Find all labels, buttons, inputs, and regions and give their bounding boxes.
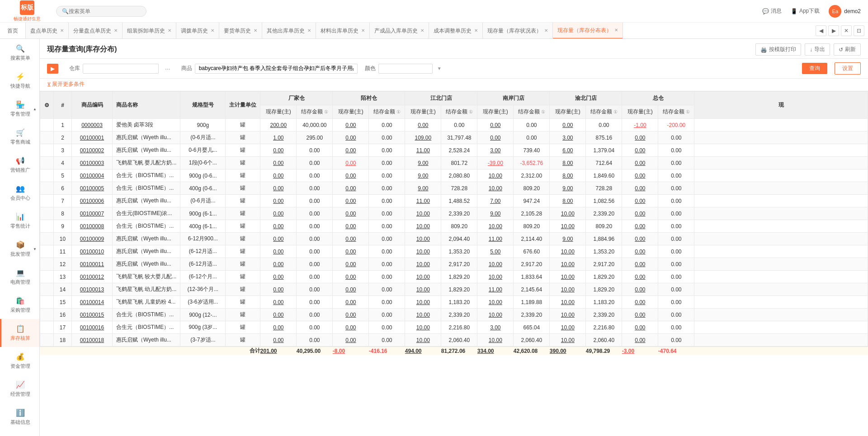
cell-mc-qty[interactable]: 0.00 bbox=[333, 144, 369, 157]
cell-code[interactable]: 00100014 bbox=[72, 296, 113, 309]
tab-close-icon[interactable]: ✕ bbox=[114, 23, 118, 39]
summary-yb-qty[interactable]: 390.00 bbox=[550, 347, 586, 355]
sidebar-item-shortcut[interactable]: ⚡ 快捷导航 bbox=[0, 67, 39, 95]
sidebar-item-wholesale[interactable]: 📦 批发管理 ▼ bbox=[0, 235, 39, 263]
cell-na-qty[interactable]: 9.00 bbox=[477, 207, 514, 220]
cell-na-qty[interactable]: 10.00 bbox=[477, 182, 514, 195]
cell-mc-qty[interactable]: 0.00 bbox=[333, 334, 369, 347]
cell-jb-qty[interactable]: 11.00 bbox=[405, 144, 441, 157]
tab-cost-adjust[interactable]: 成本调整单历史 ✕ bbox=[429, 23, 483, 39]
cell-jb-qty[interactable]: 10.00 bbox=[405, 220, 441, 233]
cell-mc-qty[interactable]: 0.00 bbox=[333, 296, 369, 309]
filter-collapse-btn[interactable]: ▶ bbox=[47, 64, 58, 74]
cell-mc-qty[interactable]: 0.00 bbox=[333, 258, 369, 271]
cell-mc-qty[interactable]: 0.00 bbox=[333, 245, 369, 258]
cell-total-qty[interactable]: 0.00 bbox=[622, 245, 658, 258]
search-btn[interactable]: 查询 bbox=[802, 63, 827, 74]
cell-na-qty[interactable]: 11.00 bbox=[477, 283, 514, 296]
sidebar-item-stock[interactable]: 📋 库存核算 bbox=[0, 319, 39, 347]
cell-na-qty[interactable]: 10.00 bbox=[477, 296, 514, 309]
cell-yb-qty[interactable]: 10.00 bbox=[550, 245, 586, 258]
tab-close-all-btn[interactable]: ✕ bbox=[841, 25, 852, 36]
cell-na-qty[interactable]: -39.00 bbox=[477, 157, 514, 169]
sidebar-item-basic[interactable]: ℹ️ 基础信息 bbox=[0, 403, 39, 431]
tab-close-icon[interactable]: ✕ bbox=[544, 23, 548, 39]
sidebar-item-retail-store[interactable]: 🛒 零售商城 bbox=[0, 123, 39, 151]
col-settings[interactable]: ⚙ bbox=[40, 92, 54, 119]
cell-yb-qty[interactable]: 3.00 bbox=[550, 131, 586, 144]
cell-mc-qty[interactable]: 0.00 bbox=[333, 131, 369, 144]
cell-mc-qty[interactable]: 0.00 bbox=[333, 220, 369, 233]
cell-fac-qty[interactable]: 0.00 bbox=[260, 195, 297, 207]
cell-yb-qty[interactable]: 9.00 bbox=[550, 233, 586, 245]
tab-close-icon[interactable]: ✕ bbox=[60, 23, 64, 39]
goods-input[interactable] bbox=[195, 64, 358, 74]
tab-disk-branch[interactable]: 分量盘点单历史 ✕ bbox=[69, 23, 123, 39]
cell-na-qty[interactable]: 0.00 bbox=[477, 119, 514, 131]
cell-jb-qty[interactable]: 109.00 bbox=[405, 131, 441, 144]
print-btn[interactable]: 🖨️ 按模版打印 bbox=[755, 43, 801, 56]
cell-code[interactable]: 00100005 bbox=[72, 182, 113, 195]
cell-total-qty[interactable]: 0.00 bbox=[622, 169, 658, 182]
sidebar-item-retail-mgmt[interactable]: 🏪 零售管理 ▲ bbox=[0, 95, 39, 123]
summary-mc-qty[interactable]: -8.00 bbox=[333, 347, 369, 355]
cell-yb-qty[interactable]: 10.00 bbox=[550, 207, 586, 220]
cell-fac-qty[interactable]: 0.00 bbox=[260, 220, 297, 233]
summary-fac-qty[interactable]: 201.00 bbox=[260, 347, 297, 355]
cell-code[interactable]: 00100001 bbox=[72, 131, 113, 144]
cell-total-qty[interactable]: 0.00 bbox=[622, 182, 658, 195]
tab-close-icon[interactable]: ✕ bbox=[361, 23, 365, 39]
cell-jb-qty[interactable]: 0.00 bbox=[405, 119, 441, 131]
cell-fac-qty[interactable]: 0.00 bbox=[260, 271, 297, 283]
cell-code[interactable]: 00100002 bbox=[72, 144, 113, 157]
cell-mc-qty[interactable]: 0.00 bbox=[333, 321, 369, 334]
search-input[interactable] bbox=[69, 8, 137, 14]
cell-total-qty[interactable]: 0.00 bbox=[622, 283, 658, 296]
cell-jb-qty[interactable]: 10.00 bbox=[405, 258, 441, 271]
cell-code[interactable]: 00100004 bbox=[72, 169, 113, 182]
cell-na-qty[interactable]: 10.00 bbox=[477, 334, 514, 347]
tab-stock-dist[interactable]: 现存量（库存分布表） ✕ bbox=[553, 23, 623, 39]
cell-total-qty[interactable]: 0.00 bbox=[622, 334, 658, 347]
cell-mc-qty[interactable]: 0.00 bbox=[333, 207, 369, 220]
cell-na-qty[interactable]: 5.00 bbox=[477, 245, 514, 258]
cell-total-qty[interactable]: 0.00 bbox=[622, 296, 658, 309]
cell-total-qty[interactable]: -1.00 bbox=[622, 119, 658, 131]
sidebar-item-ecommerce[interactable]: 💻 电商管理 bbox=[0, 263, 39, 291]
cell-fac-qty[interactable]: 0.00 bbox=[260, 258, 297, 271]
cell-fac-qty[interactable]: 1.00 bbox=[260, 131, 297, 144]
cell-na-qty[interactable]: 3.00 bbox=[477, 144, 514, 157]
cell-yb-qty[interactable]: 10.00 bbox=[550, 334, 586, 347]
cell-na-qty[interactable]: 7.00 bbox=[477, 195, 514, 207]
sidebar-item-member[interactable]: 👥 会员中心 bbox=[0, 179, 39, 207]
cell-na-qty[interactable]: 10.00 bbox=[477, 309, 514, 321]
cell-fac-qty[interactable]: 0.00 bbox=[260, 207, 297, 220]
cell-fac-qty[interactable]: 0.00 bbox=[260, 182, 297, 195]
cell-jb-qty[interactable]: 10.00 bbox=[405, 245, 441, 258]
cell-na-qty[interactable]: 0.00 bbox=[477, 131, 514, 144]
cell-code[interactable]: 00100013 bbox=[72, 283, 113, 296]
cell-total-qty[interactable]: 0.00 bbox=[622, 321, 658, 334]
cell-jb-qty[interactable]: 10.00 bbox=[405, 207, 441, 220]
cell-code[interactable]: 0000003 bbox=[72, 119, 113, 131]
cell-mc-qty[interactable]: 0.00 bbox=[333, 182, 369, 195]
cell-mc-qty[interactable]: 0.00 bbox=[333, 271, 369, 283]
cell-fac-qty[interactable]: 0.00 bbox=[260, 283, 297, 296]
cell-jb-qty[interactable]: 11.00 bbox=[405, 195, 441, 207]
tab-close-icon[interactable]: ✕ bbox=[168, 23, 171, 39]
tab-order[interactable]: 要货单历史 ✕ bbox=[219, 23, 262, 39]
cell-total-qty[interactable]: 0.00 bbox=[622, 144, 658, 157]
tab-close-icon[interactable]: ✕ bbox=[614, 23, 618, 38]
tab-close-icon[interactable]: ✕ bbox=[420, 23, 424, 39]
cell-jb-qty[interactable]: 10.00 bbox=[405, 233, 441, 245]
cell-mc-qty[interactable]: 0.00 bbox=[333, 169, 369, 182]
cell-fac-qty[interactable]: 0.00 bbox=[260, 245, 297, 258]
tab-material-out[interactable]: 材料出库单历史 ✕ bbox=[316, 23, 370, 39]
cell-jb-qty[interactable]: 10.00 bbox=[405, 309, 441, 321]
table-area[interactable]: ⚙ # 商品编码 商品名称 规格型号 主计量单位 厂家仓 陌村仓 江北门店 南岸… bbox=[40, 91, 868, 436]
summary-na-qty[interactable]: 334.00 bbox=[477, 347, 514, 355]
cell-yb-qty[interactable]: 8.00 bbox=[550, 157, 586, 169]
cell-fac-qty[interactable]: 0.00 bbox=[260, 309, 297, 321]
cell-yb-qty[interactable]: 9.00 bbox=[550, 182, 586, 195]
message-btn[interactable]: 💬 消息 bbox=[762, 7, 782, 15]
